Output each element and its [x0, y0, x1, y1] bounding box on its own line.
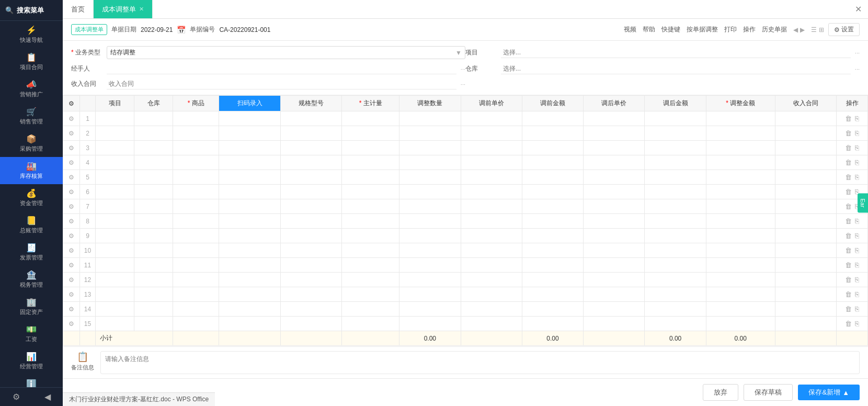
cell-unit[interactable] [342, 258, 399, 273]
cell-adjust-amount[interactable] [706, 111, 775, 126]
cell-scan[interactable] [219, 317, 280, 331]
cell-scan[interactable] [219, 185, 280, 199]
cell-warehouse[interactable] [134, 111, 173, 126]
cell-after-amount[interactable] [645, 185, 706, 199]
cell-goods[interactable] [173, 199, 219, 214]
sidebar-item-purchase[interactable]: 📦采购管理 [0, 130, 63, 157]
cell-unit[interactable] [342, 199, 399, 214]
cell-scan[interactable] [219, 111, 280, 126]
tab-cost-adjustment[interactable]: 成本调整单✕ [94, 0, 153, 18]
cell-adjust-amount[interactable] [706, 155, 775, 170]
cell-spec[interactable] [280, 243, 341, 258]
cell-scan[interactable] [219, 155, 280, 170]
cell-scan[interactable] [219, 199, 280, 214]
cell-project[interactable] [96, 273, 134, 287]
row-settings[interactable]: ⚙ [63, 317, 80, 331]
cell-scan[interactable] [219, 258, 280, 273]
cell-after-amount[interactable] [645, 258, 706, 273]
row-settings[interactable]: ⚙ [63, 214, 80, 229]
project-dots[interactable]: ··· [855, 50, 860, 56]
row-delete-btn[interactable]: 🗑 [845, 261, 852, 269]
row-delete-btn[interactable]: 🗑 [845, 320, 852, 328]
cell-income-contract[interactable] [775, 302, 836, 317]
cell-adjust-qty[interactable] [399, 317, 461, 331]
income-contract-dots[interactable]: ··· [461, 81, 465, 87]
sidebar-item-basic-info[interactable]: ℹ️基础信息 [0, 375, 63, 387]
cell-scan[interactable] [219, 126, 280, 141]
sidebar-item-quick-nav[interactable]: ⚡快速导航 [0, 21, 63, 48]
cell-project[interactable] [96, 287, 134, 302]
cell-before-amount[interactable] [522, 273, 583, 287]
project-input[interactable] [501, 47, 851, 58]
cell-before-price[interactable] [461, 273, 522, 287]
cell-adjust-qty[interactable] [399, 111, 461, 126]
cell-goods[interactable] [173, 185, 219, 199]
cell-before-price[interactable] [461, 111, 522, 126]
cell-after-price[interactable] [584, 229, 645, 243]
cell-goods[interactable] [173, 141, 219, 155]
cell-warehouse[interactable] [134, 229, 173, 243]
cell-before-amount[interactable] [522, 199, 583, 214]
cell-income-contract[interactable] [775, 317, 836, 331]
cell-after-amount[interactable] [645, 287, 706, 302]
cell-warehouse[interactable] [134, 258, 173, 273]
cell-after-amount[interactable] [645, 199, 706, 214]
cell-scan[interactable] [219, 170, 280, 185]
row-settings[interactable]: ⚙ [63, 155, 80, 170]
cell-adjust-qty[interactable] [399, 126, 461, 141]
cell-scan[interactable] [219, 243, 280, 258]
cell-after-price[interactable] [584, 170, 645, 185]
cell-income-contract[interactable] [775, 243, 836, 258]
cell-project[interactable] [96, 155, 134, 170]
cell-unit[interactable] [342, 185, 399, 199]
row-delete-btn[interactable]: 🗑 [845, 129, 852, 137]
cell-goods[interactable] [173, 317, 219, 331]
cell-before-amount[interactable] [522, 243, 583, 258]
row-settings[interactable]: ⚙ [63, 141, 80, 155]
cell-adjust-qty[interactable] [399, 273, 461, 287]
cell-adjust-qty[interactable] [399, 199, 461, 214]
cell-spec[interactable] [280, 170, 341, 185]
sidebar-item-marketing[interactable]: 📣营销推广 [0, 75, 63, 103]
cell-spec[interactable] [280, 111, 341, 126]
cell-adjust-amount[interactable] [706, 243, 775, 258]
action-batch-adjust[interactable]: 按单据调整 [687, 25, 718, 34]
cell-adjust-amount[interactable] [706, 214, 775, 229]
nav-prev[interactable]: ◀ [793, 26, 798, 33]
cell-after-price[interactable] [584, 258, 645, 273]
cell-scan[interactable] [219, 229, 280, 243]
row-settings[interactable]: ⚙ [63, 287, 80, 302]
cell-unit[interactable] [342, 126, 399, 141]
cell-before-amount[interactable] [522, 185, 583, 199]
cell-project[interactable] [96, 243, 134, 258]
sidebar-item-inventory[interactable]: 🏭库存核算 [0, 157, 63, 184]
cell-unit[interactable] [342, 214, 399, 229]
cell-warehouse[interactable] [134, 287, 173, 302]
tab-close-cost-adjustment[interactable]: ✕ [139, 6, 144, 13]
save-draft-button[interactable]: 保存草稿 [744, 384, 793, 401]
cell-unit[interactable] [342, 287, 399, 302]
action-view[interactable]: 视频 [624, 25, 636, 34]
cell-before-price[interactable] [461, 170, 522, 185]
settings-button[interactable]: ⚙ 设置 [828, 23, 860, 36]
col-header-scan[interactable]: 扫码录入 [219, 96, 280, 111]
cell-goods[interactable] [173, 111, 219, 126]
cell-warehouse[interactable] [134, 273, 173, 287]
row-copy-btn[interactable]: ⎘ [855, 144, 859, 152]
cell-unit[interactable] [342, 155, 399, 170]
row-copy-btn[interactable]: ⎘ [855, 246, 859, 254]
cell-project[interactable] [96, 199, 134, 214]
cell-after-price[interactable] [584, 126, 645, 141]
cell-warehouse[interactable] [134, 199, 173, 214]
row-delete-btn[interactable]: 🗑 [845, 188, 852, 196]
cell-before-price[interactable] [461, 287, 522, 302]
cell-project[interactable] [96, 229, 134, 243]
cell-spec[interactable] [280, 273, 341, 287]
cell-before-amount[interactable] [522, 214, 583, 229]
action-help[interactable]: 帮助 [643, 25, 655, 34]
cell-project[interactable] [96, 126, 134, 141]
row-copy-btn[interactable]: ⎘ [855, 173, 859, 181]
cell-before-price[interactable] [461, 317, 522, 331]
cell-scan[interactable] [219, 273, 280, 287]
cell-goods[interactable] [173, 243, 219, 258]
